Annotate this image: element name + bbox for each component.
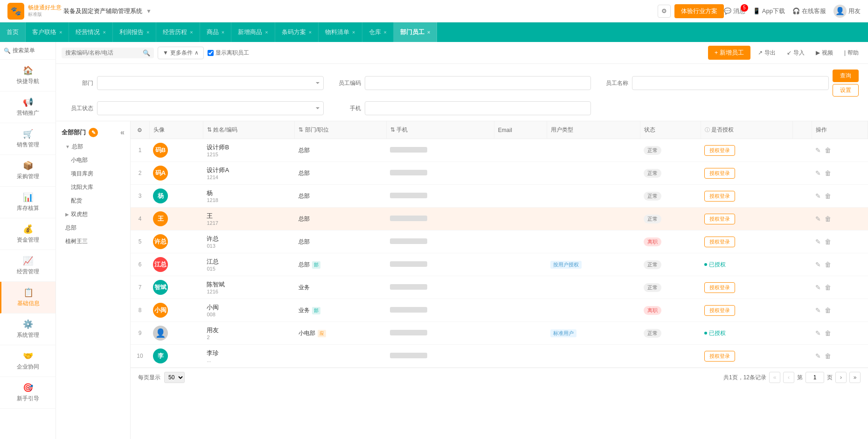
sidebar-item-inventory[interactable]: 📊 库存核算 xyxy=(0,187,56,218)
empstatus-select[interactable] xyxy=(97,101,324,115)
delete-icon[interactable]: 🗑 xyxy=(825,284,831,291)
tab-bom[interactable]: 物料清单× xyxy=(319,22,362,42)
sidebar-item-guide[interactable]: 🎯 新手引导 xyxy=(0,377,56,409)
edit-icon[interactable]: ✎ xyxy=(815,215,821,223)
tab-department[interactable]: 部门员工× xyxy=(394,22,437,42)
show-resigned-checkbox[interactable]: 显示离职员工 xyxy=(208,49,249,57)
gear-button[interactable]: ⚙ xyxy=(658,5,671,18)
per-page-select[interactable]: 50 xyxy=(164,372,185,383)
first-page-btn[interactable]: « xyxy=(769,372,780,383)
system-dropdown-arrow[interactable]: ▼ xyxy=(146,8,152,14)
delete-icon[interactable]: 🗑 xyxy=(825,352,831,360)
edit-icon[interactable]: ✎ xyxy=(815,169,821,177)
prev-page-btn[interactable]: ‹ xyxy=(783,372,794,383)
sidebar-item-collab[interactable]: 🤝 企业协同 xyxy=(0,345,56,377)
auth-button[interactable]: 授权登录 xyxy=(704,282,735,293)
col-name[interactable]: ⇅ 姓名/编码 xyxy=(203,121,294,139)
sidebar-item-marketing[interactable]: 📢 营销推广 xyxy=(0,91,56,123)
col-settings[interactable]: ⚙ xyxy=(131,121,149,139)
tab-add-goods[interactable]: 新增商品× xyxy=(231,22,275,42)
close-icon[interactable]: × xyxy=(352,29,355,35)
tab-history[interactable]: 经营历程× xyxy=(156,22,200,42)
tab-goods[interactable]: 商品× xyxy=(200,22,231,42)
close-icon[interactable]: × xyxy=(265,29,268,35)
delete-icon[interactable]: 🗑 xyxy=(825,238,831,245)
dept-item-distribution[interactable]: 配货 xyxy=(56,194,130,208)
help-btn[interactable]: | 帮助 xyxy=(840,47,862,59)
tab-operation[interactable]: 经营情况× xyxy=(69,22,112,42)
search-input[interactable] xyxy=(65,49,140,56)
edit-icon[interactable]: ✎ xyxy=(815,261,821,268)
close-icon[interactable]: × xyxy=(427,29,430,35)
user-area[interactable]: 👤 用友 xyxy=(833,5,861,18)
dept-item-zongbu[interactable]: 总部 xyxy=(56,221,130,235)
close-icon[interactable]: × xyxy=(384,29,387,35)
add-employee-button[interactable]: + 新增员工 xyxy=(708,46,750,60)
import-btn[interactable]: ↙ 导入 xyxy=(783,47,808,59)
edit-icon[interactable]: ✎ xyxy=(815,238,821,245)
empcode-input[interactable] xyxy=(365,76,591,90)
delete-icon[interactable]: 🗑 xyxy=(825,261,831,268)
edit-icon[interactable]: ✎ xyxy=(815,146,821,154)
sidebar-search[interactable]: 🔍 搜索菜单 xyxy=(0,42,56,60)
auth-button[interactable]: 授权登录 xyxy=(704,237,735,247)
delete-icon[interactable]: 🗑 xyxy=(825,146,831,154)
tab-home[interactable]: 首页 xyxy=(0,22,26,42)
auth-button[interactable]: 授权登录 xyxy=(704,351,735,362)
dept-select[interactable] xyxy=(97,76,324,90)
edit-icon[interactable]: ✎ xyxy=(815,284,821,291)
col-phone[interactable]: ⇅ 手机 xyxy=(386,121,494,139)
setting-button[interactable]: 设置 xyxy=(833,84,859,97)
sidebar-item-system[interactable]: ⚙️ 系统管理 xyxy=(0,314,56,345)
sidebar-item-quicknav[interactable]: 🏠 快捷导航 xyxy=(0,60,56,91)
export-btn[interactable]: ↗ 导出 xyxy=(754,47,779,59)
sidebar-item-purchase[interactable]: 📦 采购管理 xyxy=(0,155,56,187)
dept-item-shuanghu[interactable]: ▶ 双虎想 xyxy=(56,208,130,221)
empname-input[interactable] xyxy=(632,76,829,90)
delete-icon[interactable]: 🗑 xyxy=(825,169,831,177)
phone-input[interactable] xyxy=(365,101,591,115)
auth-button[interactable]: 授权登录 xyxy=(704,214,735,224)
delete-icon[interactable]: 🗑 xyxy=(825,215,831,223)
online-service-btn[interactable]: 🎧 在线客服 xyxy=(792,7,826,15)
dept-item-xiaodiandu[interactable]: 小电部 xyxy=(56,153,130,167)
tab-warehouse[interactable]: 仓库× xyxy=(362,22,394,42)
last-page-btn[interactable]: » xyxy=(849,372,861,383)
auth-button[interactable]: 授权登录 xyxy=(704,145,735,156)
dept-all-label[interactable]: 全部部门 xyxy=(62,128,86,137)
close-icon[interactable]: × xyxy=(59,29,62,35)
delete-icon[interactable]: 🗑 xyxy=(825,329,831,337)
dept-item-headquarters-parent[interactable]: ▼ 总部 xyxy=(56,140,130,153)
close-icon[interactable]: × xyxy=(146,29,149,35)
tab-barcode[interactable]: 条码方案× xyxy=(275,22,319,42)
close-icon[interactable]: × xyxy=(190,29,193,35)
edit-icon[interactable]: ✎ xyxy=(815,192,821,200)
edit-icon[interactable]: ✎ xyxy=(815,329,821,337)
close-icon[interactable]: × xyxy=(103,29,105,35)
view-btn[interactable]: ▶ 视频 xyxy=(812,47,837,59)
app-download-btn[interactable]: 📱 App下载 xyxy=(753,7,785,15)
collapse-btn[interactable]: « xyxy=(120,128,125,137)
filter-more-btn[interactable]: ▼ 更多条件 ∧ xyxy=(158,47,204,59)
auth-button[interactable]: 授权登录 xyxy=(704,168,735,179)
sidebar-item-sales[interactable]: 🛒 销售管理 xyxy=(0,123,56,155)
auth-button[interactable]: 授权登录 xyxy=(704,191,735,202)
page-input[interactable] xyxy=(806,372,824,383)
try-btn[interactable]: 体验行业方案 xyxy=(674,4,724,18)
sidebar-item-finance[interactable]: 💰 资金管理 xyxy=(0,218,56,250)
auth-button[interactable]: 授权登录 xyxy=(704,305,735,316)
dept-edit-btn[interactable]: ✎ xyxy=(89,128,98,137)
sidebar-item-basic[interactable]: 📋 基础信息 xyxy=(0,282,56,314)
tab-profit[interactable]: 利润报告× xyxy=(113,22,156,42)
next-page-btn[interactable]: › xyxy=(835,372,847,383)
dept-item-shenyang[interactable]: 沈阳大库 xyxy=(56,181,130,194)
query-button[interactable]: 查询 xyxy=(833,70,859,82)
dept-item-project[interactable]: 项目库房 xyxy=(56,167,130,181)
dept-item-zhishu[interactable]: 植树王三 xyxy=(56,235,130,248)
close-icon[interactable]: × xyxy=(309,29,312,35)
tab-customer[interactable]: 客户联络× xyxy=(26,22,69,42)
sidebar-item-operation[interactable]: 📈 经营管理 xyxy=(0,250,56,282)
delete-icon[interactable]: 🗑 xyxy=(825,192,831,200)
edit-icon[interactable]: ✎ xyxy=(815,307,821,314)
edit-icon[interactable]: ✎ xyxy=(815,352,821,360)
